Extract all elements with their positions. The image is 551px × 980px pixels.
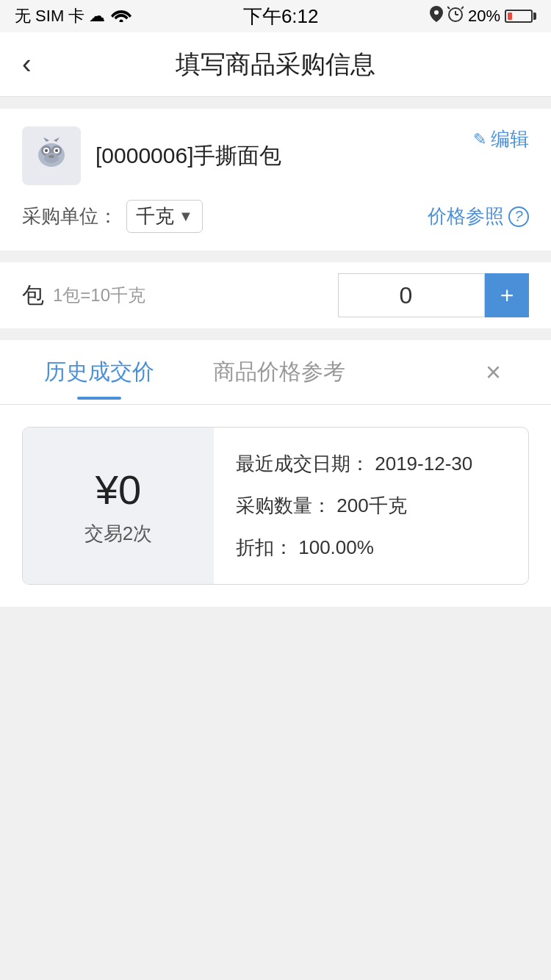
product-name: [0000006]手撕面包 [96,141,281,171]
alarm-icon [447,6,464,26]
unit-bao-sublabel: 1包=10千克 [53,284,145,307]
price-discount-label: 折扣： [236,536,293,558]
nav-bar: ‹ 填写商品采购信息 [0,32,551,97]
back-button[interactable]: ‹ [22,48,32,80]
quantity-input-area: + [338,273,529,317]
dropdown-arrow-icon: ▼ [179,208,193,225]
price-purchase-qty-value: 200千克 [336,494,406,516]
quantity-section: 包 1包=10千克 + [0,262,551,328]
price-recent-date-row: 最近成交日期： 2019-12-30 [236,450,506,478]
purchase-unit-row: 采购单位： 千克 ▼ 价格参照 ? [22,200,529,233]
history-content: ¥0 交易2次 最近成交日期： 2019-12-30 采购数量： 200千克 折… [0,405,551,607]
unit-selector[interactable]: 千克 ▼ [126,200,203,233]
product-header: [0000006]手撕面包 ✎ 编辑 [22,126,529,185]
tab-active-underline [77,397,121,400]
location-icon [430,6,443,26]
status-time: 下午6:12 [243,4,319,29]
price-discount-value: 100.00% [298,536,374,558]
svg-point-15 [48,155,54,158]
battery-icon [505,10,536,23]
svg-line-6 [461,7,464,9]
tab-product-price-ref[interactable]: 商品价格参考 [213,345,345,399]
svg-point-1 [434,10,439,15]
page-title: 填写商品采购信息 [176,48,375,82]
price-ref-button[interactable]: 价格参照 ? [428,203,529,229]
wifi-icon [111,6,132,26]
price-discount-row: 折扣： 100.00% [236,533,506,562]
product-info-row: [0000006]手撕面包 [22,126,281,185]
no-sim-text: 无 SIM 卡 ☁ [15,5,105,27]
quantity-input[interactable] [338,273,485,317]
price-amount: ¥0 [96,466,141,514]
product-card: [0000006]手撕面包 ✎ 编辑 采购单位： 千克 ▼ 价格参照 ? [0,109,551,251]
tab-product-price-ref-label: 商品价格参考 [213,357,345,387]
unit-bao-label: 包 [22,281,44,311]
price-ref-label: 价格参照 [428,203,504,229]
owl-logo-icon [33,134,70,178]
price-purchase-qty-row: 采购数量： 200千克 [236,491,506,520]
price-recent-date-label: 最近成交日期： [236,453,370,475]
svg-line-5 [447,7,450,9]
price-trade-count: 交易2次 [84,521,152,547]
price-card-right: 最近成交日期： 2019-12-30 采购数量： 200千克 折扣： 100.0… [214,428,528,584]
svg-point-13 [55,149,58,152]
price-card-left: ¥0 交易2次 [23,428,214,584]
edit-button[interactable]: ✎ 编辑 [473,126,529,152]
status-left: 无 SIM 卡 ☁ [15,5,132,27]
battery-percent: 20% [468,7,500,26]
status-right: 20% [430,6,536,26]
tab-history-price[interactable]: 历史成交价 [44,345,154,399]
price-card: ¥0 交易2次 最近成交日期： 2019-12-30 采购数量： 200千克 折… [22,427,529,585]
svg-point-0 [120,20,123,23]
quantity-label-area: 包 1包=10千克 [22,281,145,311]
tab-items: 历史成交价 商品价格参考 [44,345,480,399]
status-bar: 无 SIM 卡 ☁ 下午6:12 20% [0,0,551,32]
edit-icon: ✎ [473,130,486,149]
price-purchase-qty-label: 采购数量： [236,494,331,516]
quantity-plus-button[interactable]: + [485,273,529,317]
edit-label: 编辑 [491,126,529,152]
product-thumbnail [22,126,81,185]
tab-panel: 历史成交价 商品价格参考 × ¥0 交易2次 最近成交日期： 2019-12-3… [0,340,551,607]
tab-history-price-label: 历史成交价 [44,357,154,387]
unit-label: 采购单位： [22,203,118,229]
tab-close-button[interactable]: × [480,353,507,392]
price-recent-date-value: 2019-12-30 [375,453,472,475]
tab-bar: 历史成交价 商品价格参考 × [0,340,551,405]
price-ref-info-icon: ? [508,206,529,227]
svg-point-12 [45,149,48,152]
unit-value: 千克 [136,203,174,229]
